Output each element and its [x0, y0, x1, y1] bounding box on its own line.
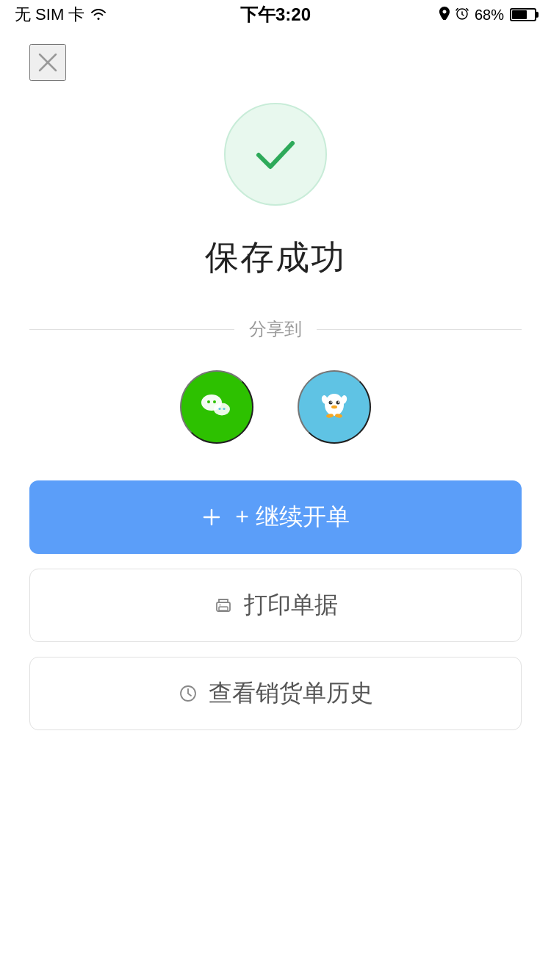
svg-point-5 [207, 400, 210, 403]
wechat-icon [196, 386, 237, 428]
share-section: 分享到 [29, 317, 522, 444]
print-label: 打印单据 [244, 589, 338, 621]
print-button[interactable]: 打印单据 [29, 569, 522, 642]
svg-point-6 [213, 400, 216, 403]
svg-point-4 [214, 403, 230, 416]
status-bar: 无 SIM 卡 下午3:20 68% [0, 0, 551, 29]
svg-point-10 [329, 401, 333, 405]
location-icon [439, 7, 450, 24]
plus-icon [201, 507, 222, 527]
svg-point-11 [336, 401, 340, 405]
battery-percentage: 68% [475, 7, 504, 24]
success-title: 保存成功 [205, 235, 346, 281]
close-button[interactable] [29, 44, 66, 81]
share-icons [29, 370, 522, 444]
svg-point-23 [220, 605, 221, 606]
alarm-icon [455, 7, 469, 24]
checkmark-icon [250, 129, 301, 180]
svg-point-7 [218, 408, 220, 410]
svg-point-12 [331, 401, 332, 403]
wifi-icon [90, 5, 107, 24]
main-content: 保存成功 分享到 [0, 29, 551, 760]
share-label: 分享到 [234, 317, 317, 341]
no-sim-text: 无 SIM 卡 [15, 4, 84, 26]
status-time: 下午3:20 [240, 3, 311, 26]
status-left: 无 SIM 卡 [15, 4, 107, 26]
svg-point-9 [325, 394, 344, 416]
history-icon [178, 683, 198, 704]
continue-button[interactable]: + 继续开单 [29, 480, 522, 554]
svg-rect-22 [219, 607, 228, 610]
history-label: 查看销货单历史 [209, 677, 373, 710]
success-icon-circle [224, 103, 327, 206]
svg-point-13 [338, 401, 339, 403]
svg-point-14 [331, 406, 337, 408]
action-buttons: + 继续开单 打印单据 查看销货单历史 [29, 480, 522, 730]
qq-icon [314, 386, 355, 428]
qq-share-button[interactable] [298, 370, 371, 444]
continue-label: + 继续开单 [235, 501, 350, 533]
battery-icon [510, 8, 536, 21]
svg-point-8 [223, 408, 225, 410]
history-button[interactable]: 查看销货单历史 [29, 657, 522, 730]
wechat-share-button[interactable] [180, 370, 253, 444]
share-divider: 分享到 [29, 317, 522, 341]
print-icon [213, 595, 234, 616]
status-right: 68% [439, 7, 536, 24]
